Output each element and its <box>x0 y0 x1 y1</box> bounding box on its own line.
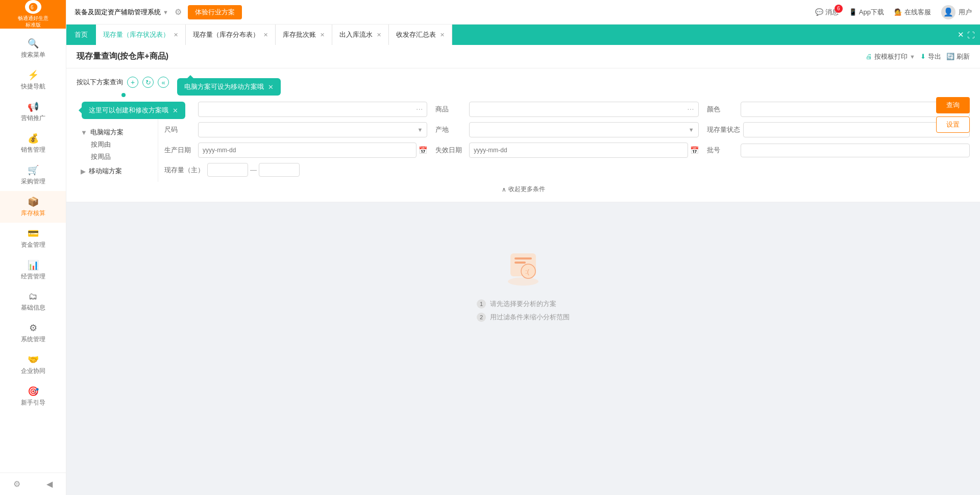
sidebar-footer: ⚙ ◀ <box>0 473 66 495</box>
marketing-icon: 📢 <box>28 101 39 112</box>
tab-inventory-dist[interactable]: 现存量（库存分布表） ✕ <box>186 25 276 45</box>
content-area: 现存量查询(按仓库+商品) 🖨 按模板打印 ▼ ⬇ 导出 🔄 刷新 <box>66 45 980 495</box>
sidebar-item-search-menu[interactable]: 🔍 搜索菜单 <box>0 33 66 64</box>
print-btn[interactable]: 🖨 按模板打印 ▼ <box>866 52 915 61</box>
collapse-row[interactable]: ∧ 收起更多条件 <box>77 182 970 194</box>
stock-main-min[interactable] <box>207 163 248 177</box>
enterprise-icon: 🤝 <box>28 354 39 365</box>
refresh-icon: 🔄 <box>946 53 954 60</box>
sidebar-item-label: 库存核算 <box>21 209 45 218</box>
expiry-date-input[interactable] <box>469 143 688 158</box>
color-select[interactable]: ▼ <box>741 102 970 117</box>
topbar-settings-btn[interactable]: ⚙ <box>175 7 182 17</box>
tab-label: 出入库流水 <box>339 30 373 39</box>
filter-area: 按以下方案查询 + ↻ « 电脑方案可设为移动方案哦 ✕ <box>66 68 980 202</box>
system-name-dropdown[interactable]: 装备及固定资产辅助管理系统 ▼ <box>75 8 168 17</box>
origin-field: 产地 ▼ <box>435 122 698 137</box>
filter-grid-row4: 现存量（主） — <box>164 163 970 177</box>
tab-label: 现存量（库存分布表） <box>193 30 259 39</box>
sidebar-item-purchase[interactable]: 🛒 采购管理 <box>0 159 66 191</box>
tab-inventory-status[interactable]: 现存量（库存状况表） ✕ <box>96 25 186 45</box>
export-btn[interactable]: ⬇ 导出 <box>920 52 941 61</box>
tab-maximize-icon[interactable]: ⛶ <box>967 31 975 39</box>
empty-state-text: 1 请先选择要分析的方案 2 用过滤条件来缩小分析范围 <box>477 299 570 322</box>
tab-receive-summary[interactable]: 收发存汇总表 ✕ <box>389 25 452 45</box>
refresh-btn[interactable]: 🔄 刷新 <box>946 52 970 61</box>
scheme-sidebar: 这里可以创建和修改方案哦 ✕ ▼ 电脑端方案 按周由 <box>77 102 158 182</box>
sidebar-item-enterprise[interactable]: 🤝 企业协同 <box>0 349 66 381</box>
brand-name: 畅通通好生意 <box>18 15 48 21</box>
sidebar-item-system[interactable]: ⚙ 系统管理 <box>0 317 66 349</box>
brand-version: 标准版 <box>26 21 41 29</box>
sidebar-item-marketing[interactable]: 📢 营销推广 <box>0 96 66 128</box>
warehouse-select[interactable]: ··· <box>198 102 427 117</box>
step-num-2: 2 <box>477 313 486 322</box>
sidebar-item-sales[interactable]: 💰 销售管理 <box>0 128 66 159</box>
color-field: 颜色 ▼ <box>707 102 970 117</box>
print-dropdown-icon: ▼ <box>910 54 915 60</box>
tab-close-all-icon[interactable]: ✕ <box>958 30 964 39</box>
stock-main-max[interactable] <box>259 163 300 177</box>
size-select[interactable]: ▼ <box>198 122 427 137</box>
industry-btn[interactable]: 体验行业方案 <box>188 5 242 19</box>
create-scheme-close[interactable]: ✕ <box>173 107 178 114</box>
system-name-label: 装备及固定资产辅助管理系统 <box>75 8 161 17</box>
expiry-date-calendar-icon[interactable]: 📅 <box>690 146 699 154</box>
scheme-popover: 电脑方案可设为移动方案哦 ✕ <box>177 78 281 96</box>
scheme-refresh-btn[interactable]: ↻ <box>142 77 154 88</box>
svg-rect-5 <box>514 262 526 264</box>
tab-label: 收发存汇总表 <box>396 30 436 39</box>
tab-home[interactable]: 首页 <box>66 25 96 45</box>
scheme-item-2[interactable]: 按周品 <box>81 151 152 163</box>
scheme-group-mobile-header[interactable]: ▶ 移动端方案 <box>81 165 152 177</box>
svg-point-2 <box>508 277 538 286</box>
sidebar-item-quick-nav[interactable]: ⚡ 快捷导航 <box>0 64 66 96</box>
scheme-add-btn[interactable]: + <box>127 77 138 88</box>
app-download-btn[interactable]: 📱 App下载 <box>849 8 884 17</box>
scheme-popover-close[interactable]: ✕ <box>268 83 274 91</box>
message-icon: 💬 <box>815 8 823 16</box>
sidebar-item-guide[interactable]: 🎯 新手引导 <box>0 381 66 412</box>
filter-right: 仓库 ··· 商品 ··· <box>164 102 970 182</box>
scheme-group-desktop-header[interactable]: ▼ 电脑端方案 <box>81 126 152 138</box>
operations-icon: 📊 <box>28 260 39 271</box>
tab-inout-flow[interactable]: 出入库流水 ✕ <box>332 25 389 45</box>
scheme-back-btn[interactable]: « <box>158 77 169 88</box>
expiry-date-field: 失效日期 📅 <box>435 143 698 158</box>
tab-inventory-batch[interactable]: 库存批次账 ✕ <box>276 25 332 45</box>
online-support-btn[interactable]: 💁 在线客服 <box>894 8 931 17</box>
production-date-input[interactable] <box>198 143 416 158</box>
search-menu-icon: 🔍 <box>28 38 39 49</box>
product-select[interactable]: ··· <box>469 102 698 117</box>
tab-close-icon[interactable]: ✕ <box>377 32 381 38</box>
reset-button[interactable]: 设置 <box>936 116 970 133</box>
sidebar-item-basic-info[interactable]: 🗂 基础信息 <box>0 286 66 317</box>
tab-close-icon[interactable]: ✕ <box>440 32 445 38</box>
tab-close-icon[interactable]: ✕ <box>263 32 268 38</box>
sidebar-item-inventory[interactable]: 📦 库存核算 <box>0 191 66 223</box>
quick-nav-icon: ⚡ <box>28 69 39 81</box>
expiry-date-label: 失效日期 <box>435 146 466 155</box>
production-date-calendar-icon[interactable]: 📅 <box>419 146 427 154</box>
sidebar-settings-btn[interactable]: ⚙ <box>13 479 20 489</box>
inventory-icon: 📦 <box>28 196 39 207</box>
user-label: 用户 <box>959 8 972 17</box>
step-1-label: 请先选择要分析的方案 <box>490 299 556 309</box>
batch-input[interactable] <box>741 144 970 157</box>
search-button[interactable]: 查询 <box>936 97 970 113</box>
message-btn[interactable]: 💬 消息 6 <box>815 8 839 17</box>
export-label: 导出 <box>928 52 941 61</box>
sidebar-collapse-btn[interactable]: ◀ <box>46 479 53 489</box>
app-label: App下载 <box>859 8 884 17</box>
scheme-item-1[interactable]: 按周由 <box>81 138 152 151</box>
tab-close-icon[interactable]: ✕ <box>174 32 178 38</box>
filter-scheme-label: 按以下方案查询 <box>77 78 123 87</box>
sidebar-item-finance[interactable]: 💳 资金管理 <box>0 223 66 254</box>
collapse-label: 收起更多条件 <box>508 185 545 194</box>
user-area[interactable]: 👤 用户 <box>941 5 972 19</box>
sidebar-item-operations[interactable]: 📊 经营管理 <box>0 254 66 286</box>
active-indicator <box>121 93 126 97</box>
origin-select[interactable]: ▼ <box>469 122 698 137</box>
scheme-group-label: 移动端方案 <box>89 167 122 176</box>
tab-close-icon[interactable]: ✕ <box>320 32 325 38</box>
